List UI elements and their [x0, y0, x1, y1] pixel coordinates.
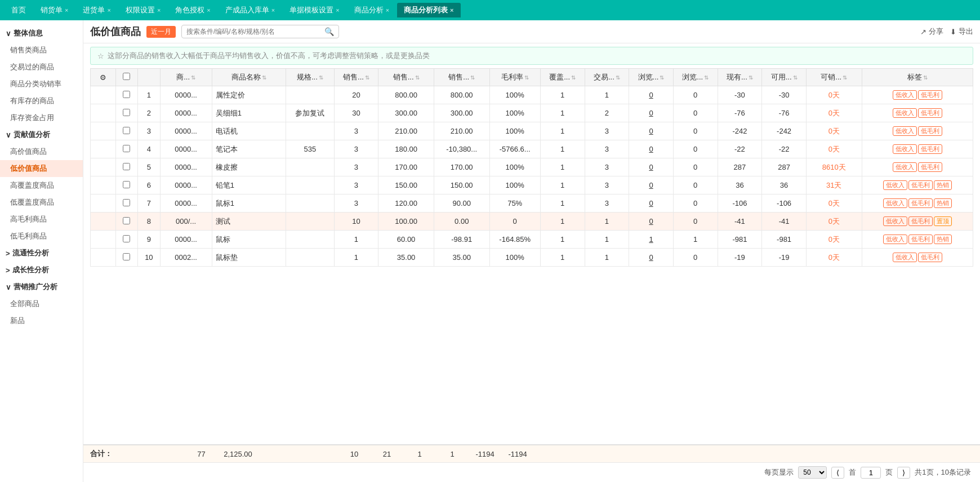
- col-sale2[interactable]: 销售...⇅: [378, 69, 434, 86]
- row-checkbox[interactable]: [115, 104, 137, 122]
- row-select-checkbox[interactable]: [123, 91, 130, 98]
- row-browse1[interactable]: 1: [629, 231, 674, 249]
- browse-value[interactable]: 0: [649, 91, 653, 99]
- row-browse1[interactable]: 0: [629, 86, 674, 104]
- sidebar-item-high-value[interactable]: 高价值商品: [0, 143, 83, 160]
- row-checkbox[interactable]: [115, 231, 137, 249]
- col-tags[interactable]: 标签⇅: [862, 69, 973, 86]
- nav-product-analysis-list[interactable]: 商品分析列表 ×: [397, 3, 460, 17]
- row-select-checkbox[interactable]: [123, 109, 130, 116]
- row-checkbox[interactable]: [115, 140, 137, 158]
- close-icon[interactable]: ×: [271, 7, 275, 14]
- nav-role-auth[interactable]: 角色授权 ×: [168, 3, 217, 17]
- col-trade[interactable]: 交易...⇅: [585, 69, 629, 86]
- nav-template-settings[interactable]: 单据模板设置 ×: [283, 3, 346, 17]
- row-browse1[interactable]: 0: [629, 176, 674, 194]
- close-icon[interactable]: ×: [450, 7, 453, 14]
- row-checkbox[interactable]: [115, 249, 137, 267]
- row-select-checkbox[interactable]: [123, 127, 130, 134]
- row-browse1[interactable]: 0: [629, 194, 674, 213]
- sidebar-group-overall[interactable]: ∨ 整体信息: [0, 25, 83, 42]
- browse-value[interactable]: 0: [649, 163, 653, 171]
- col-margin[interactable]: 毛利率⇅: [489, 69, 540, 86]
- row-select-checkbox[interactable]: [123, 181, 130, 188]
- close-icon[interactable]: ×: [336, 7, 339, 14]
- close-icon[interactable]: ×: [386, 7, 389, 14]
- export-button[interactable]: ⬇ 导出: [950, 26, 973, 37]
- browse-value[interactable]: 1: [649, 235, 653, 244]
- sidebar-group-contribution[interactable]: ∨ 贡献值分析: [0, 126, 83, 143]
- sidebar-item-sales-products[interactable]: 销售类商品: [0, 42, 83, 59]
- col-name[interactable]: 商品名称⇅: [212, 69, 286, 86]
- row-checkbox[interactable]: [115, 176, 137, 194]
- nav-product-storage[interactable]: 产成品入库单 ×: [219, 3, 282, 17]
- row-checkbox[interactable]: [115, 158, 137, 176]
- first-page-button[interactable]: ⟨: [831, 467, 844, 479]
- last-page-button[interactable]: ⟩: [897, 467, 910, 479]
- sidebar-item-new-products[interactable]: 新品: [0, 312, 83, 329]
- col-browse1[interactable]: 浏览...⇅: [629, 69, 674, 86]
- per-page-select[interactable]: 50 20 100: [798, 466, 827, 479]
- col-sale3[interactable]: 销售...⇅: [434, 69, 489, 86]
- sidebar-group-marketing[interactable]: ∨ 营销推广分析: [0, 278, 83, 295]
- row-checkbox[interactable]: [115, 213, 137, 231]
- browse-value[interactable]: 0: [649, 199, 653, 207]
- close-icon[interactable]: ×: [157, 7, 161, 14]
- close-icon[interactable]: ×: [107, 7, 110, 14]
- row-checkbox[interactable]: [115, 122, 137, 140]
- search-input[interactable]: [186, 28, 324, 36]
- sidebar-item-high-coverage[interactable]: 高覆盖度商品: [0, 177, 83, 194]
- nav-product-analysis[interactable]: 商品分析 ×: [348, 3, 396, 17]
- page-number-input[interactable]: [861, 467, 881, 479]
- sidebar-item-low-margin[interactable]: 低毛利商品: [0, 228, 83, 245]
- row-browse1[interactable]: 0: [629, 249, 674, 267]
- row-select-checkbox[interactable]: [123, 163, 130, 170]
- browse-value[interactable]: 0: [649, 217, 653, 225]
- browse-value[interactable]: 0: [649, 109, 653, 117]
- close-icon[interactable]: ×: [207, 7, 210, 14]
- col-settings[interactable]: ⚙: [91, 69, 116, 86]
- select-all-checkbox[interactable]: [123, 73, 130, 80]
- col-stock3[interactable]: 可销...⇅: [806, 69, 862, 86]
- sidebar-item-high-margin[interactable]: 高毛利商品: [0, 211, 83, 228]
- row-select-checkbox[interactable]: [123, 145, 130, 152]
- row-checkbox[interactable]: [115, 194, 137, 213]
- sidebar-item-traded-products[interactable]: 交易过的商品: [0, 59, 83, 76]
- browse-value[interactable]: 0: [649, 127, 653, 135]
- row-select-checkbox[interactable]: [123, 217, 130, 224]
- col-sale1[interactable]: 销售...⇅: [334, 69, 378, 86]
- sidebar-group-growth[interactable]: > 成长性分析: [0, 262, 83, 278]
- filter-tag-button[interactable]: 近一月: [146, 26, 176, 38]
- col-code[interactable]: 商...⇅: [160, 69, 212, 86]
- row-select-checkbox[interactable]: [123, 199, 130, 206]
- row-select-checkbox[interactable]: [123, 253, 130, 260]
- row-checkbox[interactable]: [115, 86, 137, 104]
- nav-home[interactable]: 首页: [5, 3, 33, 17]
- col-browse2[interactable]: 浏览...⇅: [673, 69, 718, 86]
- col-spec[interactable]: 规格...⇅: [286, 69, 334, 86]
- row-browse1[interactable]: 0: [629, 140, 674, 158]
- nav-purchase-order[interactable]: 进货单 ×: [76, 3, 117, 17]
- search-icon[interactable]: 🔍: [324, 27, 334, 36]
- col-stock2[interactable]: 可用...⇅: [762, 69, 807, 86]
- row-browse1[interactable]: 0: [629, 213, 674, 231]
- row-browse1[interactable]: 0: [629, 158, 674, 176]
- sidebar-group-circulation[interactable]: > 流通性分析: [0, 245, 83, 262]
- col-cover[interactable]: 覆盖...⇅: [540, 69, 585, 86]
- sidebar-item-low-coverage[interactable]: 低覆盖度商品: [0, 194, 83, 211]
- sidebar-item-all-products[interactable]: 全部商品: [0, 295, 83, 312]
- sidebar-item-category-sales-rate[interactable]: 商品分类动销率: [0, 76, 83, 92]
- row-browse1[interactable]: 0: [629, 104, 674, 122]
- nav-permission[interactable]: 权限设置 ×: [119, 3, 167, 17]
- row-select-checkbox[interactable]: [123, 235, 130, 242]
- col-stock1[interactable]: 现有...⇅: [718, 69, 762, 86]
- nav-sales-order[interactable]: 销货单 ×: [34, 3, 75, 17]
- share-button[interactable]: ↗ 分享: [920, 26, 943, 37]
- browse-value[interactable]: 0: [649, 145, 653, 153]
- browse-value[interactable]: 0: [649, 253, 653, 262]
- row-browse1[interactable]: 0: [629, 122, 674, 140]
- col-check[interactable]: [115, 69, 137, 86]
- close-icon[interactable]: ×: [65, 7, 68, 14]
- sidebar-item-inventory-products[interactable]: 有库存的商品: [0, 92, 83, 109]
- browse-value[interactable]: 0: [649, 181, 653, 189]
